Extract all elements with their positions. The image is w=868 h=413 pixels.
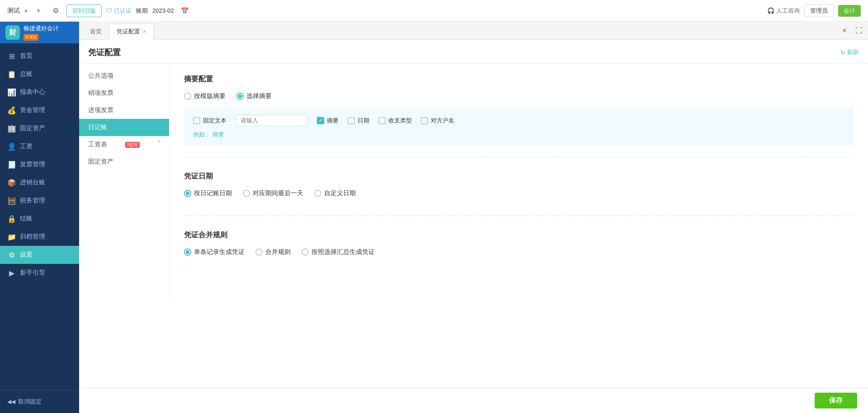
user-button[interactable]: 管理员: [804, 5, 834, 17]
sidebar-item-label: 总账: [20, 70, 33, 78]
sidebar-item-reports[interactable]: 📊 报表中心: [0, 83, 79, 101]
tab-home-label: 首页: [90, 28, 102, 36]
voucher-date-title: 凭证日期: [184, 172, 854, 181]
voucher-date-radio-group: 按日记账日期 对应期间最后一天 自定义日期: [184, 189, 854, 197]
left-nav-public[interactable]: 公共选项: [79, 67, 169, 84]
sidebar-scroll: ⊞ 首页 📋 总账 📊 报表中心 💰 资金管理 🏢 固定资产 👤 工资: [0, 43, 79, 390]
sidebar-item-sales-ledger[interactable]: 📦 进销台账: [0, 174, 79, 192]
radio-circle-period-last: [243, 190, 250, 197]
sidebar-item-label: 结账: [20, 215, 33, 223]
assets-icon: 🏢: [7, 124, 16, 133]
sidebar-item-home[interactable]: ⊞ 首页: [0, 47, 79, 65]
merge-select-merge-label: 按照选择汇总生成凭证: [311, 248, 375, 256]
voucher-date-period-last-label: 对应期间最后一天: [253, 189, 303, 197]
sidebar-item-label: 工资: [20, 142, 33, 150]
left-nav-journal[interactable]: 日记账: [79, 119, 169, 136]
checkbox-fixed-text[interactable]: 固定文本: [193, 117, 226, 125]
sidebar-item-guide[interactable]: ▶ 新手引导: [0, 264, 79, 282]
left-nav-public-label: 公共选项: [88, 72, 113, 79]
company-title: 测试: [7, 7, 20, 15]
left-nav-fixed-assets-label: 固定资产: [88, 158, 113, 165]
settings-icon: ⚙: [7, 250, 16, 259]
sidebar-item-funds[interactable]: 💰 资金管理: [0, 101, 79, 119]
checkbox-summary[interactable]: 摘要: [317, 117, 339, 125]
sidebar-item-salary[interactable]: 👤 工资: [0, 137, 79, 155]
voucher-date-radio-custom[interactable]: 自定义日期: [314, 189, 356, 197]
close-icon: 🔒: [7, 214, 16, 223]
pin-label: 取消固定: [18, 398, 42, 406]
sidebar-item-ledger[interactable]: 📋 总账: [0, 65, 79, 83]
sidebar-item-archive[interactable]: 📁 归档管理: [0, 228, 79, 246]
logo-icon: 财: [5, 25, 20, 40]
role-button[interactable]: 会计: [838, 5, 861, 17]
page-inner: 凭证配置 ↻ 刷新 公共选项 销项发票: [79, 40, 868, 388]
sidebar-item-label: 资金管理: [20, 106, 45, 114]
pin-button[interactable]: ◀◀ 取消固定: [0, 394, 79, 409]
checkbox-income-type[interactable]: 收支类型: [378, 117, 412, 125]
save-button[interactable]: 保存: [815, 393, 857, 408]
merge-rules-title: 凭证合并规则: [184, 230, 854, 240]
sidebar-item-assets[interactable]: 🏢 固定资产: [0, 119, 79, 137]
merge-rules-radio-group: 单条记录生成凭证 合并规则 按照选择汇总生成凭证: [184, 248, 854, 256]
summary-radio-template-label: 按模版摘要: [194, 92, 226, 100]
tab-home[interactable]: 首页: [83, 24, 109, 39]
checkbox-counterpart-label: 对方户名: [431, 117, 454, 125]
sidebar-item-tax[interactable]: 🧮 税务管理: [0, 192, 79, 210]
period-value: 2023-02: [152, 7, 174, 14]
add-icon[interactable]: +: [32, 5, 45, 17]
sales-ledger-icon: 📦: [7, 178, 16, 187]
left-nav-fixed-assets[interactable]: 固定资产: [79, 153, 169, 170]
guide-icon: ▶: [7, 268, 16, 277]
switch-version-button[interactable]: 切到旧版: [66, 5, 102, 17]
tab-fullscreen-button[interactable]: ⛶: [854, 25, 864, 36]
inner-layout: 公共选项 销项发票 进项发票 日记账 工资表 NEW: [79, 64, 868, 300]
voucher-date-radio-journal[interactable]: 按日记账日期: [184, 189, 232, 197]
radio-circle-journal-date: [184, 190, 191, 197]
voucher-date-radio-period-last[interactable]: 对应期间最后一天: [243, 189, 303, 197]
sidebar-item-label: 进销台账: [20, 178, 45, 187]
left-nav-payroll[interactable]: 工资表 NEW ›: [79, 136, 169, 153]
summary-box: 固定文本 摘要 日期: [184, 108, 854, 146]
funds-icon: 💰: [7, 106, 16, 115]
left-nav-purchase-invoice[interactable]: 进项发票: [79, 102, 169, 119]
merge-radio-select-merge[interactable]: 按照选择汇总生成凭证: [302, 248, 375, 256]
service-button[interactable]: 🎧 人工咨询: [767, 7, 800, 15]
summary-radio-select[interactable]: 选择摘要: [236, 92, 272, 100]
example-prefix: 例如：: [193, 131, 211, 138]
refresh-label: 刷新: [847, 48, 859, 56]
summary-options: 固定文本 摘要 日期: [193, 115, 844, 126]
calendar-icon[interactable]: 📅: [179, 5, 191, 17]
fixed-text-input[interactable]: [236, 115, 308, 126]
refresh-button[interactable]: ↻ 刷新: [840, 48, 859, 56]
new-badge: NEW: [125, 142, 139, 148]
tab-close-icon[interactable]: ×: [143, 28, 146, 35]
sidebar-item-label: 发票管理: [20, 160, 45, 169]
merge-radio-single[interactable]: 单条记录生成凭证: [184, 248, 245, 256]
sidebar-item-label: 新手引导: [20, 269, 45, 277]
checkbox-fixed-text-label: 固定文本: [203, 117, 226, 125]
left-nav-sales-invoice[interactable]: 销项发票: [79, 84, 169, 102]
left-nav: 公共选项 销项发票 进项发票 日记账 工资表 NEW: [79, 64, 170, 300]
checkbox-counterpart[interactable]: 对方户名: [421, 117, 454, 125]
sidebar-item-label: 税务管理: [20, 197, 45, 205]
sidebar-item-settings[interactable]: ⚙ 设置: [0, 246, 79, 264]
gear-icon[interactable]: ⚙: [49, 5, 62, 17]
sidebar-item-close[interactable]: 🔒 结账: [0, 210, 79, 228]
summary-radio-select-label: 选择摘要: [246, 92, 272, 100]
checkbox-summary-label: 摘要: [327, 117, 339, 125]
tab-actions: × ⛶: [839, 25, 864, 36]
sidebar-item-invoice-mgmt[interactable]: 🧾 发票管理: [0, 155, 79, 174]
checkbox-date[interactable]: 日期: [348, 117, 369, 125]
merge-radio-merge[interactable]: 合并规则: [255, 248, 291, 256]
radio-circle-custom-date: [314, 190, 321, 197]
top-bar: 测试 ▾ + ⚙ 切到旧版 🛡 已认证 账期 2023-02 📅 🎧 人工咨询 …: [0, 0, 868, 22]
summary-radio-group: 按模版摘要 选择摘要: [184, 92, 854, 100]
tab-close-button[interactable]: ×: [839, 25, 850, 36]
left-nav-purchase-invoice-label: 进项发票: [88, 106, 113, 113]
summary-radio-template[interactable]: 按模版摘要: [184, 92, 226, 100]
sidebar-bottom: ◀◀ 取消固定: [0, 390, 79, 413]
company-arrow[interactable]: ▾: [24, 7, 28, 14]
sidebar: 财 畅捷通好会计 专业版 ⊞ 首页 📋 总账 📊 报表中心 💰 资金管理: [0, 22, 79, 413]
tab-voucher-config[interactable]: 凭证配置 ×: [109, 23, 154, 40]
archive-icon: 📁: [7, 232, 16, 241]
